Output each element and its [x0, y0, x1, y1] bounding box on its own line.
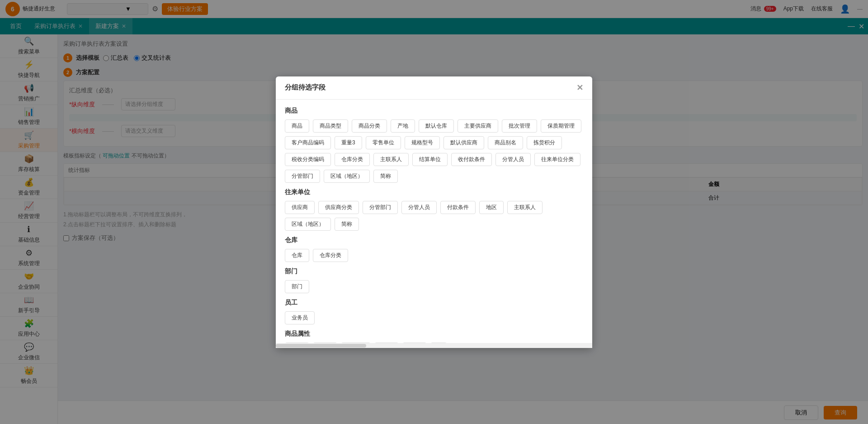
field-shelf-life[interactable]: 保质期管理 [541, 119, 581, 133]
field-batch-mgmt[interactable]: 批次管理 [502, 119, 537, 133]
field-supplier-category[interactable]: 供应商分类 [318, 201, 359, 214]
field-goods-category[interactable]: 商品分类 [352, 119, 387, 133]
field-dept-in-charge[interactable]: 分管部门 [285, 170, 320, 183]
field-origin[interactable]: 产地 [391, 119, 415, 133]
field-weight3[interactable]: 重量3 [335, 136, 362, 149]
field-warehouse[interactable]: 仓库 [285, 249, 309, 262]
section-title-goods: 商品 [285, 107, 583, 115]
field-settle-unit[interactable]: 结算单位 [412, 153, 448, 166]
field-partner-short[interactable]: 简称 [335, 218, 359, 231]
field-supervisor[interactable]: 分管人员 [495, 153, 531, 166]
field-goods-type[interactable]: 商品类型 [313, 119, 348, 133]
section-title-warehouse: 仓库 [285, 236, 583, 244]
field-goods[interactable]: 商品 [285, 119, 309, 133]
field-warehouse-cat[interactable]: 仓库分类 [313, 249, 348, 262]
field-dept[interactable]: 部门 [285, 280, 309, 293]
modal-overlay: 分组待选字段 ✕ 商品 商品 商品类型 商品分类 产地 默认仓库 主要供应商 批… [0, 0, 868, 424]
field-grid-employee: 业务员 [285, 311, 583, 324]
section-title-goods-attr: 商品属性 [285, 330, 583, 338]
field-default-warehouse[interactable]: 默认仓库 [419, 119, 454, 133]
field-partner-payment[interactable]: 付款条件 [440, 201, 476, 214]
field-main-supplier[interactable]: 主要供应商 [458, 119, 498, 133]
field-customer-code[interactable]: 客户商品编码 [285, 136, 331, 149]
field-tax-code[interactable]: 税收分类编码 [285, 153, 331, 166]
field-partner-region[interactable]: 地区 [479, 201, 504, 214]
modal-scrollbar-x[interactable] [276, 343, 592, 348]
field-grid-partner: 供应商 供应商分类 分管部门 分管人员 付款条件 地区 主联系人 区域（地区） … [285, 201, 583, 231]
field-partner-category[interactable]: 往来单位分类 [534, 153, 580, 166]
field-select-modal: 分组待选字段 ✕ 商品 商品 商品类型 商品分类 产地 默认仓库 主要供应商 批… [276, 76, 592, 348]
section-title-partner: 往来单位 [285, 188, 583, 196]
field-partner-dept[interactable]: 分管部门 [363, 201, 398, 214]
field-warehouse-category[interactable]: 仓库分类 [335, 153, 370, 166]
modal-title: 分组待选字段 [285, 83, 326, 92]
modal-header: 分组待选字段 ✕ [276, 76, 592, 100]
field-partner-contact[interactable]: 主联系人 [507, 201, 542, 214]
field-retail-unit[interactable]: 零售单位 [366, 136, 401, 149]
modal-close-btn[interactable]: ✕ [576, 83, 583, 93]
section-title-employee: 员工 [285, 299, 583, 307]
field-grid-dept: 部门 [285, 280, 583, 293]
field-pick-points[interactable]: 拣货积分 [527, 136, 562, 149]
field-supplier[interactable]: 供应商 [285, 201, 315, 214]
field-region-goods[interactable]: 区域（地区） [324, 170, 370, 183]
field-grid-goods: 商品 商品类型 商品分类 产地 默认仓库 主要供应商 批次管理 保质期管理 客户… [285, 119, 583, 183]
field-salesperson[interactable]: 业务员 [285, 311, 315, 324]
section-title-dept: 部门 [285, 267, 583, 276]
scrollbar-thumb [276, 344, 366, 348]
field-main-contact[interactable]: 主联系人 [373, 153, 409, 166]
modal-body: 商品 商品 商品类型 商品分类 产地 默认仓库 主要供应商 批次管理 保质期管理… [276, 100, 592, 343]
field-payment-terms[interactable]: 收付款条件 [451, 153, 492, 166]
field-partner-person[interactable]: 分管人员 [401, 201, 437, 214]
field-default-supplier[interactable]: 默认供应商 [443, 136, 484, 149]
field-goods-alias[interactable]: 商品别名 [488, 136, 523, 149]
field-partner-area[interactable]: 区域（地区） [285, 218, 331, 231]
field-grid-warehouse: 仓库 仓库分类 [285, 249, 583, 262]
field-short-name-goods[interactable]: 简称 [373, 170, 398, 183]
field-spec-model[interactable]: 规格型号 [405, 136, 440, 149]
